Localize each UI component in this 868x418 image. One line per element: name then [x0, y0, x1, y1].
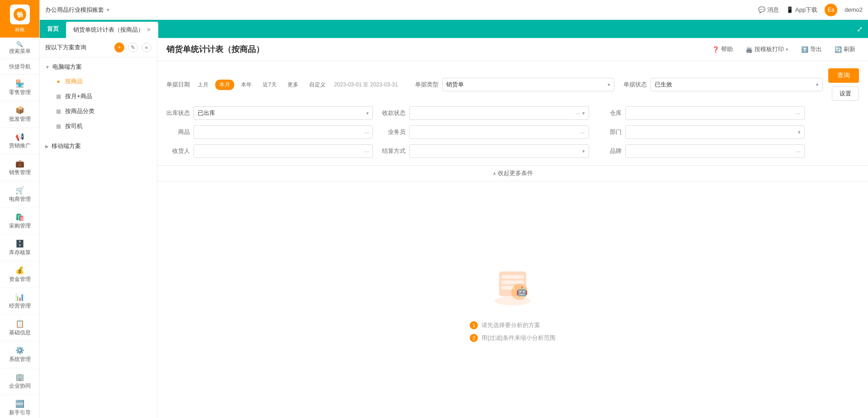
sidebar-item-purchase[interactable]: 🛍️ 采购管理 — [0, 208, 39, 235]
date-btn-more[interactable]: 更多 — [283, 80, 302, 90]
brand-label: 品牌 — [598, 147, 625, 155]
message-action[interactable]: 💬 消息 — [758, 6, 779, 14]
recipient-control[interactable]: ··· — [193, 144, 373, 158]
brand-control[interactable]: ··· — [625, 144, 805, 158]
plan-group-mobile-header[interactable]: ▶ 移动端方案 — [40, 139, 157, 153]
product-control[interactable]: ··· — [193, 125, 373, 139]
payment-arrow-icon: ▾ — [582, 148, 585, 154]
sidebar: 畅 标账 🔍 搜索菜单 快捷导航 🏪 零售管理 📦 批发管理 📢 营销推广 💼 … — [0, 0, 40, 418]
help-button[interactable]: ❓ 帮助 — [708, 43, 736, 55]
warehouse-dots[interactable]: ··· — [796, 110, 801, 117]
filter-receipt-status: 收款状态 ··· ▾ — [382, 106, 589, 120]
sidebar-item-newuser[interactable]: 🆕 新手引导 — [0, 395, 39, 418]
edit-plan-button[interactable]: ✎ — [128, 43, 138, 52]
date-btn-this-year[interactable]: 本年 — [237, 80, 256, 90]
inventory-icon: 🗄️ — [0, 239, 39, 248]
help-label: 帮助 — [721, 45, 733, 53]
date-btn-last-month[interactable]: 上月 — [193, 80, 212, 90]
right-panel: 销货单统计计表（按商品） ❓ 帮助 🖨️ 按模板打印 ▾ ⬆️ 导出 — [157, 38, 868, 418]
sidebar-search[interactable]: 🔍 搜索菜单 — [0, 38, 39, 59]
enterprise-label: 企业协同 — [0, 382, 39, 390]
quick-nav-label: 快捷导航 — [0, 63, 39, 71]
export-button[interactable]: ⬆️ 导出 — [797, 43, 826, 55]
right-actions: 查询 设置 — [828, 68, 859, 101]
sidebar-logo[interactable]: 畅 标账 — [0, 0, 39, 38]
sidebar-item-ecommerce[interactable]: 🛒 电商管理 — [0, 181, 39, 208]
user-avatar[interactable]: Ea — [825, 4, 837, 16]
empty-tip-1: 1 请先选择要分析的方案 — [470, 321, 555, 329]
tab-home-label: 首页 — [47, 25, 59, 33]
left-panel-header: 按以下方案查询 + ✎ « — [40, 38, 157, 57]
date-btn-this-month[interactable]: 本月 — [215, 80, 234, 90]
date-btn-last-7[interactable]: 近7天 — [259, 80, 281, 90]
template-selector[interactable]: 办公用品行业模拟账套 ▾ — [45, 6, 753, 14]
refresh-button[interactable]: 🔄 刷新 — [831, 43, 859, 55]
sidebar-item-inventory[interactable]: 🗄️ 库存核算 — [0, 235, 39, 261]
purchase-icon: 🛍️ — [0, 213, 39, 221]
plan-item-by-copier[interactable]: ▦ 按司机 — [42, 119, 155, 133]
sidebar-item-retail[interactable]: 🏪 零售管理 — [0, 75, 39, 101]
sidebar-item-operations[interactable]: 📊 经营管理 — [0, 288, 39, 315]
app-download-action[interactable]: 📱 App下载 — [786, 6, 817, 14]
sidebar-item-marketing[interactable]: 📢 营销推广 — [0, 128, 39, 155]
plan-item-by-product[interactable]: ● 按商品 — [42, 74, 155, 89]
sidebar-item-system[interactable]: ⚙️ 系统管理 — [0, 342, 39, 368]
left-panel-title: 按以下方案查询 — [45, 43, 86, 52]
receipt-status-control[interactable]: ··· ▾ — [409, 106, 589, 120]
by-product-icon: ● — [54, 77, 62, 86]
sidebar-item-enterprise[interactable]: 🏢 企业协同 — [0, 368, 39, 395]
page-header: 销货单统计计表（按商品） ❓ 帮助 🖨️ 按模板打印 ▾ ⬆️ 导出 — [157, 38, 868, 61]
brand-dots[interactable]: ··· — [796, 148, 801, 155]
out-status-control[interactable]: 已出库 ▾ — [193, 106, 373, 120]
payment-control[interactable]: ▾ — [409, 144, 589, 158]
doc-type-value: 销货单 — [446, 81, 606, 89]
salesperson-label: 业务员 — [382, 128, 409, 136]
tab-sales-stat[interactable]: 销货单统计计表（按商品） ✕ — [66, 22, 158, 38]
salesperson-control[interactable]: ··· — [409, 125, 589, 139]
sidebar-item-basic-info[interactable]: 📋 基础信息 — [0, 315, 39, 342]
by-product-label: 按商品 — [65, 77, 83, 86]
page-header-actions: ❓ 帮助 🖨️ 按模板打印 ▾ ⬆️ 导出 🔄 刷新 — [708, 43, 859, 55]
sidebar-item-wholesale[interactable]: 📦 批发管理 — [0, 101, 39, 128]
tab-expand-button[interactable]: ⤢ — [851, 25, 868, 33]
tab-close-icon[interactable]: ✕ — [146, 27, 151, 33]
warehouse-label: 仓库 — [598, 109, 625, 117]
sales-icon: 💼 — [0, 159, 39, 168]
sidebar-item-sales[interactable]: 💼 销售管理 — [0, 155, 39, 181]
date-btn-custom[interactable]: 自定义 — [305, 80, 330, 90]
user-name-action[interactable]: demo2 — [844, 6, 863, 13]
recipient-dots[interactable]: ··· — [364, 148, 369, 155]
plan-item-by-category[interactable]: ▦ 按商品分类 — [42, 104, 155, 119]
left-panel-icons: + ✎ « — [114, 43, 151, 52]
filter-department: 部门 ▾ — [598, 125, 805, 139]
product-dots[interactable]: ··· — [364, 129, 369, 136]
warehouse-control[interactable]: ··· — [625, 106, 805, 120]
filter-payment: 结算方式 ▾ — [382, 144, 589, 158]
collapse-panel-button[interactable]: « — [142, 43, 151, 52]
print-chevron-icon: ▾ — [786, 47, 788, 52]
add-plan-button[interactable]: + — [114, 43, 124, 52]
department-arrow-icon: ▾ — [798, 129, 801, 135]
collapse-filters-button[interactable]: ∧ 收起更多条件 — [157, 166, 868, 181]
salesperson-dots[interactable]: ··· — [580, 129, 585, 136]
tab-home[interactable]: 首页 — [40, 20, 66, 38]
query-button[interactable]: 查询 — [828, 68, 859, 83]
topbar: 办公用品行业模拟账套 ▾ 💬 消息 📱 App下载 Ea demo2 — [40, 0, 868, 20]
receipt-status-dots[interactable]: ··· — [576, 110, 580, 117]
settings-button[interactable]: 设置 — [832, 86, 859, 101]
sales-label: 销售管理 — [0, 169, 39, 176]
plan-group-pc-header[interactable]: ▼ 电脑端方案 — [40, 60, 157, 74]
department-label: 部门 — [598, 128, 625, 136]
sidebar-quick-nav[interactable]: 快捷导航 — [0, 59, 39, 75]
filter-area: 单据日期 上月 本月 本年 近7天 更多 自定义 2023-03-01 至 20… — [157, 61, 868, 166]
print-button[interactable]: 🖨️ 按模板打印 ▾ — [742, 43, 792, 55]
department-control[interactable]: ▾ — [625, 125, 805, 139]
filter-date: 单据日期 上月 本月 本年 近7天 更多 自定义 2023-03-01 至 20… — [166, 80, 406, 90]
doc-type-control[interactable]: 销货单 ▾ — [442, 78, 614, 91]
message-label: 消息 — [767, 6, 779, 14]
sidebar-item-finance[interactable]: 💰 资金管理 — [0, 261, 39, 288]
plan-item-by-month-product[interactable]: ▦ 按月+商品 — [42, 89, 155, 104]
retail-label: 零售管理 — [0, 89, 39, 96]
doc-status-control[interactable]: 已生效 ▾ — [651, 78, 823, 91]
receipt-status-arrow-icon: ▾ — [582, 110, 585, 116]
